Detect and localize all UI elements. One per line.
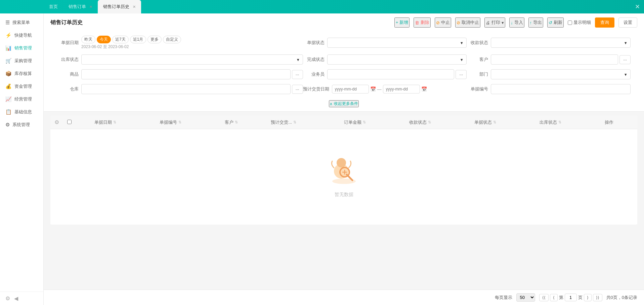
sidebar-item-quick-nav[interactable]: ⚡ 快捷导航 [0, 29, 43, 42]
customer-select[interactable] [491, 54, 618, 65]
warehouse-ellipsis-btn[interactable]: ··· [292, 85, 303, 94]
th-customer-sort[interactable]: 客户 ⇅ [225, 119, 263, 125]
calendar-to-icon[interactable]: 📅 [421, 86, 427, 92]
order-status-control[interactable]: ▾ [327, 38, 467, 48]
salesperson-ellipsis-btn[interactable]: ··· [456, 70, 467, 79]
order-status-label: 单据状态 [303, 40, 327, 46]
delete-button[interactable]: 🗑 删除 [414, 17, 431, 28]
th-out-stock-sort[interactable]: 出库状态 ⇅ [540, 119, 597, 125]
refresh-button[interactable]: ↺ 刷新 [547, 17, 564, 28]
th-order-status-sort[interactable]: 单据状态 ⇅ [474, 119, 531, 125]
th-expected-sort[interactable]: 预计交货... ⇅ [271, 119, 336, 125]
th-no-sort[interactable]: 单据编号 ⇅ [160, 119, 217, 125]
payment-status-control[interactable]: ▾ [491, 38, 631, 48]
customer-ellipsis-btn[interactable]: ··· [619, 55, 631, 64]
purchase-mgmt-icon: 🛒 [5, 58, 12, 64]
sidebar-settings-icon[interactable]: ⚙ [5, 295, 10, 302]
out-stock-select[interactable]: ▾ [81, 54, 303, 65]
sidebar-item-finance-label: 资金管理 [14, 83, 32, 89]
th-amount-sort[interactable]: 订单金额 ⇅ [344, 119, 401, 125]
sidebar-item-inventory[interactable]: 📦 库存核算 [0, 67, 43, 80]
tab-sales-order[interactable]: 销售订单 ✕ [63, 0, 98, 13]
th-expected-label: 预计交货... [271, 119, 292, 125]
sidebar-item-sys-mgmt[interactable]: ⚙ 系统管理 [0, 118, 43, 131]
display-detail-checkbox-label[interactable]: 显示明细 [568, 20, 591, 26]
sidebar-item-inventory-label: 库存核算 [14, 71, 32, 77]
sidebar-item-quick-nav-label: 快捷导航 [14, 32, 32, 38]
date-btn-more[interactable]: 更多 [147, 36, 162, 43]
goods-select[interactable] [81, 69, 291, 79]
filter-payment-status: 收款状态 ▾ [467, 38, 631, 48]
pager-next-btn[interactable]: ⟩ [584, 294, 592, 301]
sys-mgmt-icon: ⚙ [5, 122, 10, 128]
th-checkbox-col [63, 116, 90, 129]
per-page-select[interactable]: 50 100 200 [516, 293, 535, 302]
dept-control[interactable]: ▾ [491, 69, 631, 79]
date-btn-today[interactable]: 今天 [97, 36, 111, 43]
date-btn-custom[interactable]: 自定义 [163, 36, 181, 43]
order-status-select[interactable]: ▾ [327, 38, 467, 48]
salesperson-select[interactable] [327, 69, 455, 79]
sidebar-item-finance[interactable]: 💰 资金管理 [0, 80, 43, 93]
th-payment-sort[interactable]: 收款状态 ⇅ [409, 119, 466, 125]
customer-label: 客户 [467, 56, 491, 63]
empty-state: 暂无数据 [50, 129, 637, 225]
sidebar-item-purchase-mgmt[interactable]: 🛒 采购管理 [0, 54, 43, 67]
goods-input-group: ··· [81, 69, 303, 79]
expected-date-to[interactable] [383, 85, 420, 93]
cancel-stop-button[interactable]: ⊘ 取消中止 [455, 17, 480, 28]
goods-ellipsis-btn[interactable]: ··· [292, 70, 303, 79]
sales-mgmt-icon: 📊 [5, 45, 12, 51]
sidebar-item-sales-mgmt[interactable]: 📊 销售管理 [0, 42, 43, 54]
dept-select[interactable]: ▾ [491, 69, 631, 79]
dept-label: 部门 [467, 71, 491, 77]
collapse-button[interactable]: ∧ 收起更多条件 [329, 100, 359, 107]
sidebar-item-operations[interactable]: 📈 经营管理 [0, 93, 43, 106]
order-no-control[interactable] [491, 84, 631, 94]
th-action-label: 操作 [605, 120, 613, 125]
pager-first-btn[interactable]: ⟨⟨ [539, 294, 549, 301]
tab-sales-order-history[interactable]: 销售订单历史 ✕ [98, 0, 141, 13]
out-stock-control[interactable]: ▾ [81, 54, 303, 65]
complete-status-control[interactable]: ▾ [327, 54, 467, 65]
tab-home[interactable]: 首页 [44, 0, 63, 13]
sidebar-collapse-icon[interactable]: ◀ [14, 295, 18, 302]
payment-status-select[interactable]: ▾ [491, 38, 631, 48]
print-button[interactable]: 🖨 打印 ▾ [484, 17, 505, 28]
add-button[interactable]: + 新增 [394, 17, 410, 28]
calendar-from-icon[interactable]: 📅 [370, 86, 376, 92]
sidebar-item-search-menu[interactable]: ☰ 搜索菜单 [0, 16, 43, 29]
query-button[interactable]: 查询 [595, 17, 614, 28]
empty-state-cell: 暂无数据 [50, 129, 637, 225]
stop-button[interactable]: ⊘ 中止 [435, 17, 451, 28]
window-close-icon[interactable]: ✕ [635, 3, 640, 10]
import-icon: ↓ [511, 20, 513, 25]
display-detail-checkbox[interactable] [568, 21, 572, 25]
collapse-up-icon: ∧ [330, 102, 333, 106]
main-layout: ☰ 搜索菜单 ⚡ 快捷导航 📊 销售管理 🛒 采购管理 📦 库存核算 💰 资金管… [0, 13, 644, 305]
th-customer: 客户 ⇅ [221, 116, 267, 129]
sidebar-item-base-info[interactable]: 📋 基础信息 [0, 106, 43, 118]
import-button[interactable]: ↓ 导入 [509, 17, 524, 28]
setting-button[interactable]: 设置 [618, 17, 637, 28]
warehouse-select[interactable] [81, 84, 291, 94]
tab-sales-order-close[interactable]: ✕ [89, 5, 92, 9]
pager-prev-btn[interactable]: ⟨ [550, 294, 558, 301]
th-amount: 订单金额 ⇅ [340, 116, 405, 129]
table-settings-icon[interactable]: ⚙ [54, 119, 59, 125]
complete-status-chevron: ▾ [461, 57, 463, 62]
pager-page-input[interactable] [565, 294, 577, 301]
tab-sales-order-history-close[interactable]: ✕ [133, 5, 136, 9]
date-btn-7days[interactable]: 近7天 [112, 36, 129, 43]
select-all-checkbox[interactable] [67, 120, 72, 124]
date-btn-1month[interactable]: 近1月 [130, 36, 146, 43]
export-button[interactable]: ↑ 导出 [528, 17, 544, 28]
pager-last-btn[interactable]: ⟩⟩ [593, 294, 602, 301]
date-btn-yesterday[interactable]: 昨天 [81, 36, 95, 43]
empty-icon [327, 156, 361, 186]
order-no-input[interactable] [491, 84, 631, 94]
th-date-sort[interactable]: 单据日期 ⇅ [94, 119, 152, 125]
complete-status-select[interactable]: ▾ [327, 54, 467, 65]
table-area: ⚙ 单据日期 ⇅ 单据编号 [44, 112, 644, 290]
expected-date-from[interactable] [332, 85, 369, 93]
